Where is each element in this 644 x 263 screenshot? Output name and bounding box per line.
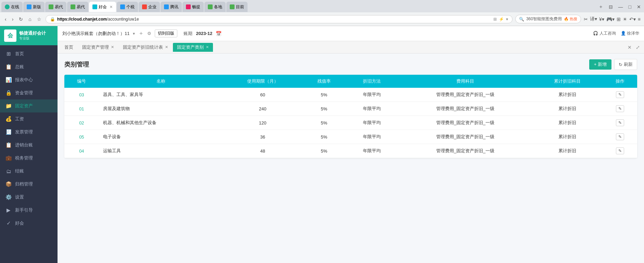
edit-button-3[interactable]: ✎	[616, 133, 624, 140]
sidebar-item-settings[interactable]: ⚙️ 设置	[0, 191, 58, 204]
sidebar-item-haohui[interactable]: ✓ 好会	[0, 217, 58, 230]
grid-icon[interactable]: ⊞	[617, 16, 621, 22]
sidebar-label-settings: 设置	[15, 194, 24, 200]
fixed-assets-icon: 📁	[5, 103, 12, 109]
browser-tab-qiye[interactable]: 企业	[139, 2, 160, 12]
home-icon: ⊞	[5, 51, 12, 57]
browser-tab-xinban[interactable]: 新版	[23, 2, 45, 12]
browser-tab-zaixin[interactable]: 在线	[1, 2, 23, 12]
cell-accumulated-4: 累计折旧	[532, 144, 603, 158]
tab-close-icon[interactable]: ✕	[110, 5, 113, 9]
cell-period-2: 120	[223, 116, 302, 130]
browser-tab-yidai2[interactable]: 易代	[67, 2, 88, 12]
sidebar-item-closing[interactable]: 🗂 结账	[0, 165, 58, 178]
settings-gear-icon[interactable]: ⚙	[147, 31, 151, 36]
sidebar-label-sales: 进销台账	[15, 142, 33, 148]
home-button[interactable]: ⌂	[27, 16, 33, 23]
period-label: 账期	[184, 31, 192, 37]
sidebar-item-invoice[interactable]: 🧾 发票管理	[0, 125, 58, 139]
user-dropdown-icon[interactable]: ▾	[133, 31, 135, 36]
user-avatar[interactable]: 👤 徐泽华	[621, 31, 639, 36]
content-expand-button[interactable]: ⤢	[634, 44, 641, 51]
breadcrumb-tab-home-label: 首页	[64, 44, 73, 50]
cell-name-3: 电子设备	[99, 130, 223, 144]
content-wrapper: 刘小艳演示账套（勿删勿动！）11 ▾ ＋ ⚙ 切到旧版 账期 2023-12 📅…	[58, 26, 644, 263]
url-box[interactable]: 🔒 https://cloud.chanjet.com/accounting/u…	[46, 15, 513, 23]
sidebar-label-invoice: 发票管理	[15, 129, 33, 135]
breadcrumb-tab-category-label: 固定资产类别	[177, 44, 204, 50]
sidebar-item-home[interactable]: ⊞ 首页	[0, 47, 58, 60]
cell-expense-3: 管理费用_固定资产折旧_一级	[398, 130, 532, 144]
browser-tab-gedi[interactable]: 各地	[204, 2, 226, 12]
site-settings-icon[interactable]: ⊞	[493, 17, 497, 22]
sidebar-item-tax[interactable]: 💼 税务管理	[0, 152, 58, 165]
sidebar-item-archive[interactable]: 📦 归档管理	[0, 178, 58, 191]
tab-close-fixed-assets-mgmt[interactable]: ✕	[111, 45, 114, 49]
breadcrumb-tab-depreciation-table[interactable]: 固定资产折旧统计表 ✕	[119, 43, 172, 52]
sun-icon[interactable]: ☀	[623, 16, 627, 22]
edit-button-4[interactable]: ✎	[616, 147, 624, 154]
browser-tab-muqian[interactable]: 目前	[226, 2, 248, 12]
back-button[interactable]: ‹	[3, 16, 8, 23]
edit-button-1[interactable]: ✎	[616, 105, 624, 112]
search-box[interactable]: 🔍 360智能抠图免费用 🔥 热搜	[515, 15, 581, 23]
edit-button-2[interactable]: ✎	[616, 119, 624, 126]
tab-close-category[interactable]: ✕	[206, 45, 209, 49]
add-account-button[interactable]: ＋	[138, 30, 144, 37]
browser-tab-tengxun[interactable]: 腾讯	[161, 2, 182, 12]
address-bar: ‹ › ↻ ⌂ ☆ 🔒 https://cloud.chanjet.com/ac…	[0, 12, 644, 26]
page-header: 类别管理 + 新增 ↻ 刷新	[64, 59, 637, 70]
logo-text: 畅捷通好会计	[19, 31, 46, 36]
user-icon: 👤	[621, 31, 626, 36]
tab-list-button[interactable]: ⊟	[607, 3, 615, 10]
switch-version-button[interactable]: 切到旧版	[155, 29, 177, 37]
url-dropdown-icon[interactable]: ▾	[506, 17, 508, 22]
cell-residual-3: 5%	[302, 130, 346, 144]
wallet-icon[interactable]: ¥▾	[599, 16, 604, 22]
cell-action-3: ✎	[603, 130, 637, 144]
browser-tab-haohui[interactable]: 好会 ✕	[89, 2, 116, 12]
breadcrumb-tab-category[interactable]: 固定资产类别 ✕	[173, 43, 213, 52]
calendar-icon[interactable]: 📅	[216, 31, 222, 36]
sidebar-item-ledger[interactable]: 📋 总账	[0, 60, 58, 73]
breadcrumb-tabs: 首页 固定资产管理 ✕ 固定资产折旧统计表 ✕ 固定资产类别 ✕ ✕ ⤢	[58, 41, 644, 53]
edit-button-0[interactable]: ✎	[616, 91, 624, 98]
cell-code-3: 05	[64, 130, 99, 144]
cell-residual-0: 5%	[302, 88, 346, 102]
browser-tab-geshui[interactable]: 个税	[117, 2, 138, 12]
sidebar-item-sales[interactable]: 📋 进销台账	[0, 139, 58, 152]
refresh-button[interactable]: ↻ 刷新	[614, 59, 637, 70]
minimize-button[interactable]: —	[617, 3, 625, 10]
add-button[interactable]: + 新增	[589, 59, 611, 70]
forward-button[interactable]: ›	[11, 16, 15, 23]
col-header-action: 操作	[603, 75, 637, 88]
browser-tab-yidai1[interactable]: 易代	[45, 2, 66, 12]
scissors-icon[interactable]: ✂	[584, 16, 588, 22]
sidebar-item-tutorial[interactable]: ▶ 新手引导	[0, 204, 58, 217]
close-window-button[interactable]: ✕	[635, 3, 643, 10]
game-icon[interactable]: 🎮▾	[606, 16, 615, 22]
lightning-icon[interactable]: ⚡	[499, 17, 504, 22]
sidebar-item-fixed-assets[interactable]: 📁 固定资产	[0, 99, 58, 112]
bookmark-button[interactable]: ☆	[36, 16, 43, 23]
undo-icon[interactable]: ↶▾	[629, 16, 636, 22]
search-text: 360智能抠图免费用	[526, 16, 562, 22]
help-label[interactable]: 🎧 人工咨询	[593, 31, 616, 36]
sidebar-item-funds[interactable]: 🔒 资金管理	[0, 86, 58, 99]
content-close-button[interactable]: ✕	[626, 44, 633, 51]
breadcrumb-tab-home[interactable]: 首页	[60, 43, 77, 52]
invoice-icon: 🧾	[5, 129, 12, 135]
reports-icon: 📊	[5, 77, 12, 83]
tab-close-depreciation[interactable]: ✕	[165, 45, 168, 49]
maximize-button[interactable]: □	[627, 3, 633, 10]
reload-button[interactable]: ↻	[17, 16, 24, 23]
app-wrapper: 会 畅捷通好会计 专业版 ⊞ 首页 📋 总账 📊 报表中心 🔒 资金管理	[0, 26, 644, 263]
sidebar-item-reports[interactable]: 📊 报表中心	[0, 73, 58, 86]
sidebar-item-payroll[interactable]: 💰 工资	[0, 112, 58, 125]
translate-icon[interactable]: 译▾	[590, 16, 597, 22]
new-tab-button[interactable]: ＋	[597, 3, 605, 11]
breadcrumb-tab-fixed-assets-mgmt[interactable]: 固定资产管理 ✕	[78, 43, 118, 52]
browser-tab-changti[interactable]: 畅提	[182, 2, 204, 12]
sidebar-label-funds: 资金管理	[15, 90, 33, 96]
menu-icon[interactable]: ≡	[638, 16, 641, 22]
